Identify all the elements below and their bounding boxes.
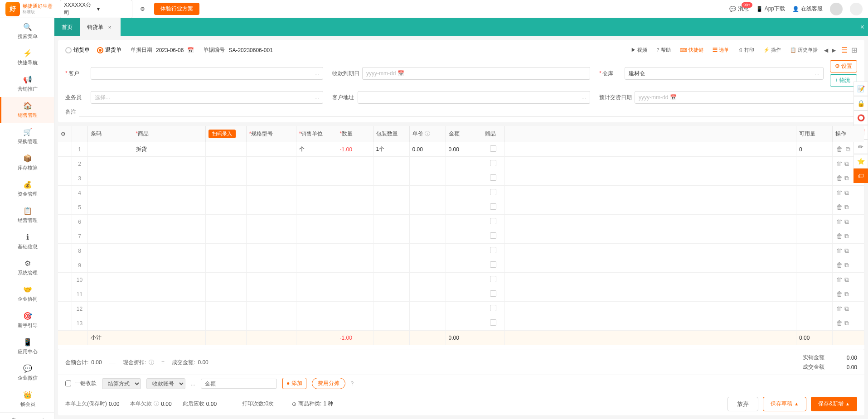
settings-button[interactable]: ⚙ 设置 xyxy=(830,60,857,72)
app-download-button[interactable]: 📱 App下载 xyxy=(756,5,785,13)
sidebar-item-basic-info[interactable]: ℹ 基础信息 xyxy=(0,228,54,255)
scan-button[interactable]: 扫码录入 xyxy=(209,130,236,138)
copy-row-icon[interactable]: ⧉ xyxy=(844,319,850,327)
receivable-calendar-icon[interactable]: 📅 xyxy=(398,70,404,77)
online-service-button[interactable]: 👤 在线客服 xyxy=(792,5,823,13)
sidebar-item-guide[interactable]: 🎯 新手引导 xyxy=(0,307,54,333)
copy-row-icon[interactable]: ⧉ xyxy=(844,174,850,182)
delete-row-icon[interactable]: 🗑 xyxy=(835,232,844,240)
radio-return-order[interactable]: 退货单 xyxy=(97,46,121,54)
delete-row-icon[interactable]: 🗑 xyxy=(835,290,844,298)
copy-row-icon[interactable]: ⧉ xyxy=(844,203,850,211)
copy-row-icon[interactable]: ⧉ xyxy=(845,145,851,153)
row-price-1[interactable]: 0.00 xyxy=(409,142,446,157)
row-qty-1[interactable]: -1.00 xyxy=(337,142,373,157)
expense-split-help-icon[interactable]: ? xyxy=(351,380,354,387)
salesperson-input[interactable]: 选择... ... xyxy=(91,91,323,104)
copy-row-icon[interactable]: ⧉ xyxy=(844,247,850,254)
delivery-date-input[interactable]: yyyy-mm-dd 📅 xyxy=(635,91,857,104)
delete-row-icon[interactable]: 🗑 xyxy=(835,218,844,225)
company-selector[interactable]: XXXXXX公司 ▾ xyxy=(60,0,132,19)
sidebar-collapse-icon[interactable]: ◀ xyxy=(38,416,44,419)
save-new-button[interactable]: 保存&新增 ▲ xyxy=(811,397,857,411)
avatar[interactable] xyxy=(830,3,843,15)
sidebar-item-management[interactable]: 📋 经营管理 xyxy=(0,202,54,228)
list-view-icon[interactable]: ☰ xyxy=(841,46,848,54)
delete-row-icon[interactable]: 🗑 xyxy=(835,305,844,312)
delete-row-icon[interactable]: 🗑 xyxy=(835,160,844,167)
receivable-date-input[interactable]: yyyy-mm-dd 📅 xyxy=(362,67,590,80)
own-owe-info-icon[interactable]: ⓘ xyxy=(154,400,159,408)
calendar-icon[interactable]: 📅 xyxy=(187,47,194,53)
grid-view-icon[interactable]: ⊞ xyxy=(851,46,857,54)
right-float-circle-icon[interactable]: ⭕ xyxy=(853,111,868,125)
form-number-value[interactable]: SA-20230606-001 xyxy=(228,47,272,53)
row-unit-1[interactable]: 个 xyxy=(296,142,337,157)
copy-row-icon[interactable]: ⧉ xyxy=(844,218,850,225)
row-spec-1[interactable] xyxy=(246,142,296,157)
notes-input[interactable] xyxy=(79,107,857,117)
one-click-checkbox[interactable] xyxy=(65,380,71,386)
sidebar-item-finance[interactable]: 💰 资金管理 xyxy=(0,176,54,202)
delete-row-icon[interactable]: 🗑 xyxy=(835,319,844,327)
payment-method-select[interactable]: 结算方式 xyxy=(102,378,141,389)
select-button[interactable]: ☰ 选单 xyxy=(710,45,732,55)
history-order-button[interactable]: 📋 历史单据 xyxy=(787,45,820,55)
sidebar-item-app-center[interactable]: 📱 应用中心 xyxy=(0,333,54,360)
customer-input[interactable]: ... xyxy=(91,67,323,80)
tab-close-icon[interactable]: × xyxy=(106,24,113,31)
customer-address-input[interactable]: ... xyxy=(358,91,590,104)
th-settings[interactable]: ⚙ xyxy=(58,126,72,142)
delete-row-icon[interactable]: 🗑 xyxy=(835,189,844,196)
add-charge-button[interactable]: ● 添加 xyxy=(282,378,306,389)
payment-amount-input[interactable] xyxy=(201,379,277,389)
settings-icon[interactable]: ⚙ xyxy=(136,3,149,15)
nav-next-icon[interactable]: ▶ xyxy=(832,47,836,53)
message-button[interactable]: 💬 消息 99+ xyxy=(729,5,749,13)
delete-row-icon[interactable]: 🗑 xyxy=(835,261,844,269)
delete-row-icon[interactable]: 🗑 xyxy=(835,276,844,283)
sidebar-settings-icon[interactable]: ⚙ xyxy=(10,416,17,419)
nav-prev-icon[interactable]: ◀ xyxy=(824,47,828,53)
copy-row-icon[interactable]: ⧉ xyxy=(844,232,850,240)
row-barcode-1[interactable] xyxy=(87,142,133,157)
sidebar-item-member[interactable]: 👑 畅会员 xyxy=(0,386,54,412)
print-button[interactable]: 🖨 打印 xyxy=(735,45,757,55)
warehouse-input[interactable]: 建材仓 ... xyxy=(625,67,824,80)
sidebar-item-system[interactable]: ⚙ 系统管理 xyxy=(0,255,54,281)
help-button[interactable]: ? 帮助 xyxy=(654,45,674,55)
right-float-note-icon[interactable]: 📝 xyxy=(853,82,868,96)
copy-row-icon[interactable]: ⧉ xyxy=(844,276,850,283)
row-product-1[interactable]: 拆货 xyxy=(133,142,205,157)
sidebar-item-quick-nav[interactable]: ⚡ 快捷导航 xyxy=(0,44,54,71)
sidebar-item-marketing[interactable]: 📢 营销推广 xyxy=(0,71,54,97)
discard-button[interactable]: 放弃 xyxy=(727,397,758,411)
row-gift-1[interactable] xyxy=(482,142,504,157)
save-draft-button[interactable]: 保存草稿 ▲ xyxy=(763,397,806,411)
operations-button[interactable]: ⚡ 操作 xyxy=(761,45,784,55)
copy-row-icon[interactable]: ⧉ xyxy=(844,189,850,196)
sidebar-item-enterprise[interactable]: 🤝 企业协同 xyxy=(0,281,54,307)
trial-button[interactable]: 体验行业方案 xyxy=(154,3,199,15)
logistics-button[interactable]: + 物流 xyxy=(830,74,857,87)
copy-row-icon[interactable]: ⧉ xyxy=(844,261,850,269)
payment-account-select[interactable]: 收款账号 xyxy=(146,378,185,389)
delivery-calendar-icon[interactable]: 📅 xyxy=(670,94,677,101)
copy-row-icon[interactable]: ⧉ xyxy=(844,290,850,298)
form-date-value[interactable]: 2023-06-06 xyxy=(156,47,184,53)
tab-home[interactable]: 首页 xyxy=(54,18,80,36)
one-click-payment-checkbox[interactable]: 一键收款 xyxy=(65,380,97,387)
product-type-checkbox[interactable]: ⊙ xyxy=(292,401,296,407)
tab-sales-order[interactable]: 销货单 × xyxy=(80,18,121,36)
sidebar-item-sales[interactable]: 🏠 销售管理 xyxy=(0,97,54,123)
row-pack-1[interactable]: 1个 xyxy=(373,142,409,157)
delete-row-icon[interactable]: 🗑 xyxy=(835,174,844,182)
close-all-tabs-icon[interactable]: × xyxy=(860,23,864,31)
shortcut-button[interactable]: ⌨ 快捷键 xyxy=(677,45,706,55)
sidebar-item-wechat[interactable]: 💬 企业微信 xyxy=(0,360,54,386)
copy-row-icon[interactable]: ⧉ xyxy=(844,160,850,167)
delete-row-icon[interactable]: 🗑 xyxy=(835,145,844,153)
delete-row-icon[interactable]: 🗑 xyxy=(835,247,844,254)
video-button[interactable]: ▶ 视频 xyxy=(628,45,650,55)
right-float-tag-icon[interactable]: 🏷 xyxy=(853,169,868,183)
